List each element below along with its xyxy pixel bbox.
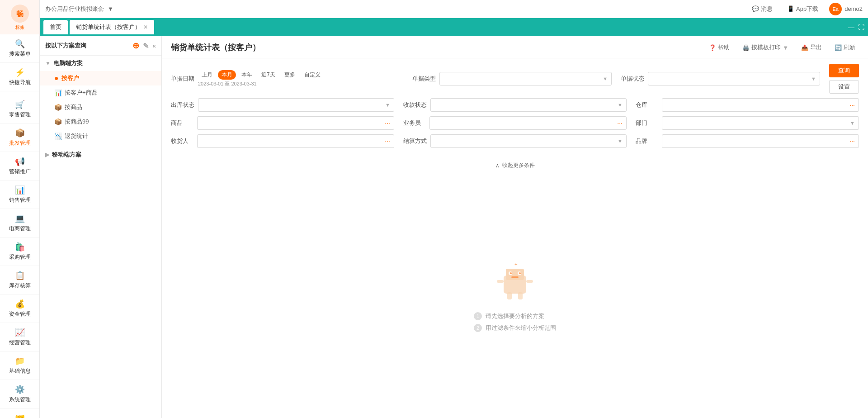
wholesale-icon: 📦 [15, 128, 25, 138]
refresh-btn[interactable]: 🔄 刷新 [831, 42, 859, 53]
hint-num-2: 2 [474, 324, 482, 332]
sidebar-item-ecommerce[interactable]: 💻 电商管理 [0, 209, 39, 238]
app-download-btn[interactable]: 📱 App下载 [783, 3, 822, 15]
settle-select[interactable]: ▼ [430, 134, 627, 148]
sidebar-item-label: 零售管理 [9, 111, 31, 119]
tree-item-label: 按商品 [65, 103, 82, 111]
sidebar-item-label: 快捷导航 [9, 79, 31, 86]
date-btn-thismonth[interactable]: 本月 [218, 70, 236, 80]
tree-item-customer[interactable]: ● 按客户 [40, 71, 161, 86]
filter-warehouse: 仓库 ··· [636, 98, 859, 112]
product-icon: 📦 [54, 104, 62, 111]
svg-rect-3 [506, 269, 524, 280]
tab-close-icon[interactable]: ✕ [143, 24, 148, 30]
receiver-select[interactable]: ··· [197, 134, 394, 148]
brand-label: 品牌 [636, 137, 658, 145]
filter-receiver: 收货人 ··· [171, 134, 394, 148]
sidebar-item-label: 营销推广 [9, 168, 31, 176]
sidebar-item-inventory[interactable]: 📋 库存核算 [0, 266, 39, 294]
sidebar-item-retail[interactable]: 🛒 零售管理 [0, 95, 39, 124]
tab-minimize-icon[interactable]: — [848, 24, 854, 31]
order-status-select[interactable]: ▼ [648, 72, 820, 86]
order-type-label: 单据类型 [412, 75, 436, 83]
message-btn[interactable]: 💬 消息 [748, 3, 776, 15]
system-icon: ⚙️ [15, 385, 25, 394]
sidebar-item-search[interactable]: 🔍 搜索菜单 [0, 34, 39, 63]
order-type-select[interactable]: ▼ [439, 72, 612, 86]
brand-select[interactable]: ··· [662, 134, 859, 148]
svg-rect-12 [518, 292, 523, 299]
industry-dropdown-icon[interactable]: ▼ [108, 5, 113, 12]
date-btn-more[interactable]: 更多 [281, 70, 299, 80]
sidebar-item-wholesale[interactable]: 📦 批发管理 [0, 124, 39, 152]
finance-icon: 💰 [15, 299, 25, 309]
filter-dept: 部门 ▼ [636, 116, 859, 130]
tree-pc-group-label: 电脑端方案 [53, 59, 83, 67]
sidebar-item-marketing[interactable]: 📢 营销推广 [0, 152, 39, 180]
product-select[interactable]: ··· [197, 116, 394, 130]
sidebar-item-label: 采购管理 [9, 253, 31, 261]
empty-hints: 1 请先选择要分析的方案 2 用过滤条件来缩小分析范围 [474, 312, 556, 332]
tab-home[interactable]: 首页 [43, 20, 68, 34]
product-more[interactable]: ··· [385, 119, 390, 127]
date-picker-area: 上月 本月 本年 近7天 更多 自定义 2023-03-01 至 2023-03… [198, 70, 403, 87]
action-buttons: 查询 设置 [829, 64, 859, 94]
warehouse-more[interactable]: ··· [849, 101, 855, 109]
print-icon: 🖨️ [742, 44, 750, 51]
filter-out-status: 出库状态 ▼ [171, 98, 394, 112]
tree-item-product99[interactable]: 📦 按商品99 [40, 114, 161, 129]
brand-more[interactable]: ··· [849, 138, 855, 145]
dept-select[interactable]: ▼ [662, 116, 859, 130]
date-range: 2023-03-01 至 2023-03-31 [198, 81, 403, 87]
filter-product: 商品 ··· [171, 116, 394, 130]
tab-expand-icon[interactable]: ⛶ [858, 24, 864, 31]
filter-collect-status: 收款状态 ▼ [403, 98, 627, 112]
svg-rect-11 [507, 292, 512, 299]
svg-point-6 [510, 272, 512, 274]
tree-item-customer-product[interactable]: 📊 按客户+商品 [40, 86, 161, 100]
settings-button[interactable]: 设置 [829, 80, 859, 94]
user-profile[interactable]: Ea demo2 [829, 3, 863, 15]
print-btn[interactable]: 🖨️ 按模板打印 ▼ [739, 42, 792, 53]
tabbar: 首页 销货单统计表（按客户） ✕ — ⛶ [40, 18, 868, 36]
sidebar-item-finance[interactable]: 💰 资金管理 [0, 294, 39, 323]
collapse-bar[interactable]: ∧ 收起更多条件 [162, 158, 868, 173]
tab-sales-stats[interactable]: 销货单统计表（按客户） ✕ [70, 20, 154, 34]
help-label: 帮助 [718, 43, 730, 52]
collapse-panel-icon[interactable]: « [152, 42, 156, 49]
search-button[interactable]: 查询 [829, 64, 859, 77]
filter-brand: 品牌 ··· [636, 134, 859, 148]
sidebar-item-basic[interactable]: 📁 基础信息 [0, 352, 39, 380]
tree-item-return-stats[interactable]: 📉 退货统计 [40, 129, 161, 143]
collect-status-select[interactable]: ▼ [430, 98, 627, 112]
receiver-more[interactable]: ··· [385, 138, 390, 145]
refresh-label: 刷新 [844, 43, 855, 52]
warehouse-select[interactable]: ··· [662, 98, 859, 112]
date-btn-lastmonth[interactable]: 上月 [198, 70, 216, 80]
staff-more[interactable]: ··· [617, 119, 623, 127]
sidebar-item-quick[interactable]: ⚡ 快捷导航 [0, 63, 39, 91]
out-status-label: 出库状态 [171, 101, 194, 109]
retail-icon: 🛒 [15, 100, 25, 109]
tree-item-product[interactable]: 📦 按商品 [40, 100, 161, 114]
page-header-top: 销货单统计表（按客户） ❓ 帮助 🖨️ 按模板打印 ▼ 📤 [171, 42, 859, 53]
sidebar-item-purchase[interactable]: 🛍️ 采购管理 [0, 238, 39, 266]
sidebar-item-collab[interactable]: 🤝 企业协同 [0, 408, 39, 418]
active-tab-label: 销货单统计表（按客户） [76, 23, 141, 31]
date-btn-7days[interactable]: 近7天 [258, 70, 279, 80]
print-label: 按模板打印 [751, 43, 781, 52]
svg-rect-10 [526, 280, 533, 283]
sidebar-item-system[interactable]: ⚙️ 系统管理 [0, 380, 39, 408]
date-btn-custom[interactable]: 自定义 [301, 70, 324, 80]
export-btn[interactable]: 📤 导出 [797, 42, 826, 53]
date-btn-thisyear[interactable]: 本年 [238, 70, 256, 80]
staff-select[interactable]: ··· [429, 116, 627, 130]
edit-plan-icon[interactable]: ✎ [143, 42, 149, 50]
add-plan-icon[interactable]: ⊕ [132, 41, 139, 51]
out-status-select[interactable]: ▼ [198, 98, 394, 112]
help-btn[interactable]: ❓ 帮助 [705, 42, 733, 53]
lightning-icon: ⚡ [15, 67, 25, 77]
sidebar-item-operations[interactable]: 📈 经营管理 [0, 323, 39, 352]
sidebar: 畅 标账 🔍 搜索菜单 ⚡ 快捷导航 🛒 零售管理 📦 批发管理 📢 营销推广 … [0, 0, 40, 418]
sidebar-item-sales[interactable]: 📊 销售管理 [0, 180, 39, 209]
